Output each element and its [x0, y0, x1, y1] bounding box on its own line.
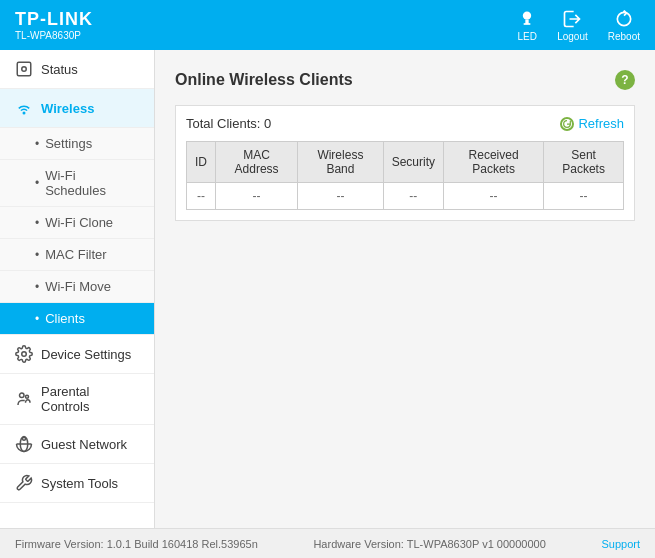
logo: TP-LINK TL-WPA8630P — [15, 9, 93, 41]
reboot-icon — [614, 9, 634, 29]
parental-icon — [15, 390, 33, 408]
led-icon — [517, 9, 537, 29]
wireless-submenu: Settings Wi-Fi Schedules Wi-Fi Clone MAC… — [0, 128, 154, 335]
clients-info-bar: Total Clients: 0 Refresh — [186, 116, 624, 131]
svg-rect-2 — [524, 23, 531, 25]
svg-point-6 — [22, 352, 27, 357]
system-tools-icon — [15, 474, 33, 492]
led-button[interactable]: LED — [517, 9, 537, 42]
sidebar-item-device-settings[interactable]: Device Settings — [0, 335, 154, 374]
refresh-button[interactable]: Refresh — [560, 116, 624, 131]
clients-panel: Total Clients: 0 Refresh ID MAC Add — [175, 105, 635, 221]
sidebar-item-wireless[interactable]: Wireless — [0, 89, 154, 128]
page-title-bar: Online Wireless Clients ? — [175, 70, 635, 90]
table-cell: -- — [444, 183, 544, 210]
device-settings-icon — [15, 345, 33, 363]
page-title: Online Wireless Clients — [175, 71, 353, 89]
hardware-version: Hardware Version: TL-WPA8630P v1 0000000… — [313, 538, 545, 550]
col-id: ID — [187, 142, 216, 183]
submenu-settings[interactable]: Settings — [0, 128, 154, 160]
sidebar-label-device-settings: Device Settings — [41, 347, 131, 362]
main-content: Online Wireless Clients ? Total Clients:… — [155, 50, 655, 528]
col-mac: MAC Address — [216, 142, 298, 183]
col-security: Security — [383, 142, 443, 183]
sidebar-label-parental-controls: Parental Controls — [41, 384, 139, 414]
submenu-wifi-clone-label: Wi-Fi Clone — [45, 215, 113, 230]
table-cell: -- — [383, 183, 443, 210]
header-actions: LED Logout Reboot — [517, 9, 640, 42]
brand-name: TP-LINK — [15, 9, 93, 30]
submenu-wifi-clone[interactable]: Wi-Fi Clone — [0, 207, 154, 239]
table-header-row: ID MAC Address Wireless Band Security Re… — [187, 142, 624, 183]
svg-rect-3 — [17, 62, 31, 76]
sidebar-item-parental-controls[interactable]: Parental Controls — [0, 374, 154, 425]
footer: Firmware Version: 1.0.1 Build 160418 Rel… — [0, 528, 655, 558]
sidebar-label-guest-network: Guest Network — [41, 437, 127, 452]
submenu-mac-filter[interactable]: MAC Filter — [0, 239, 154, 271]
table-cell: -- — [216, 183, 298, 210]
table-cell: -- — [544, 183, 624, 210]
table-head: ID MAC Address Wireless Band Security Re… — [187, 142, 624, 183]
svg-point-8 — [26, 395, 29, 398]
submenu-wifi-move-label: Wi-Fi Move — [45, 279, 111, 294]
guest-network-icon — [15, 435, 33, 453]
table-body: ------------ — [187, 183, 624, 210]
submenu-wifi-schedules[interactable]: Wi-Fi Schedules — [0, 160, 154, 207]
status-icon — [15, 60, 33, 78]
table-cell: -- — [187, 183, 216, 210]
submenu-clients-label: Clients — [45, 311, 85, 326]
app-layout: Status Wireless Settings Wi-Fi Schedules… — [0, 50, 655, 528]
total-clients: Total Clients: 0 — [186, 116, 271, 131]
refresh-label: Refresh — [578, 116, 624, 131]
submenu-wifi-schedules-label: Wi-Fi Schedules — [45, 168, 139, 198]
help-button[interactable]: ? — [615, 70, 635, 90]
table-row: ------------ — [187, 183, 624, 210]
svg-point-7 — [20, 393, 25, 398]
wireless-icon — [15, 99, 33, 117]
svg-point-5 — [23, 112, 25, 114]
svg-point-4 — [22, 67, 27, 72]
sidebar-label-wireless: Wireless — [41, 101, 94, 116]
submenu-settings-label: Settings — [45, 136, 92, 151]
support-link[interactable]: Support — [601, 538, 640, 550]
submenu-mac-filter-label: MAC Filter — [45, 247, 106, 262]
refresh-icon — [560, 117, 574, 131]
sidebar-item-guest-network[interactable]: Guest Network — [0, 425, 154, 464]
reboot-button[interactable]: Reboot — [608, 9, 640, 42]
sidebar-item-status[interactable]: Status — [0, 50, 154, 89]
app-header: TP-LINK TL-WPA8630P LED Logout Reboot — [0, 0, 655, 50]
submenu-wifi-move[interactable]: Wi-Fi Move — [0, 271, 154, 303]
col-band: Wireless Band — [298, 142, 384, 183]
col-received: Received Packets — [444, 142, 544, 183]
clients-table: ID MAC Address Wireless Band Security Re… — [186, 141, 624, 210]
table-cell: -- — [298, 183, 384, 210]
sidebar: Status Wireless Settings Wi-Fi Schedules… — [0, 50, 155, 528]
logout-button[interactable]: Logout — [557, 9, 588, 42]
logout-icon — [562, 9, 582, 29]
svg-point-0 — [523, 11, 531, 19]
sidebar-item-system-tools[interactable]: System Tools — [0, 464, 154, 503]
col-sent: Sent Packets — [544, 142, 624, 183]
sidebar-label-system-tools: System Tools — [41, 476, 118, 491]
submenu-clients[interactable]: Clients — [0, 303, 154, 335]
sidebar-label-status: Status — [41, 62, 78, 77]
model-name: TL-WPA8630P — [15, 30, 93, 41]
firmware-version: Firmware Version: 1.0.1 Build 160418 Rel… — [15, 538, 258, 550]
